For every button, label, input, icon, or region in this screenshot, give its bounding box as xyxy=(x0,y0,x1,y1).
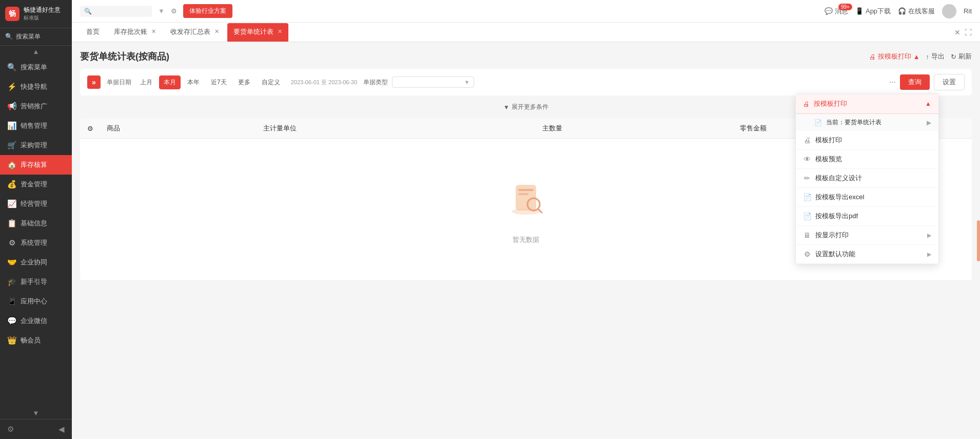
online-service-action[interactable]: 🎧 在线客服 xyxy=(898,7,935,16)
scroll-down-btn[interactable]: ▼ xyxy=(0,407,72,419)
popup-current-item[interactable]: 📄 当前：要货单统计表 ▶ xyxy=(796,114,938,131)
tab-order-stat-close[interactable]: ✕ xyxy=(278,28,282,35)
message-action[interactable]: 💬 消息 99+ xyxy=(825,7,848,16)
system-nav-label: 系统管理 xyxy=(21,238,47,247)
date-btn-this-year[interactable]: 本年 xyxy=(183,75,204,89)
sidebar-item-system[interactable]: ⚙ 系统管理 xyxy=(0,233,72,253)
sidebar-item-purchase[interactable]: 🛒 采购管理 xyxy=(0,136,72,155)
sidebar-item-marketing[interactable]: 📢 营销推广 xyxy=(0,97,72,116)
template-design-item[interactable]: ✏ 模板自定义设计 xyxy=(796,169,938,188)
app-download-action[interactable]: 📱 App下载 xyxy=(855,7,891,16)
tab-collection[interactable]: 收发存汇总表✕ xyxy=(164,23,225,42)
sidebar-item-appstore[interactable]: 📱 应用中心 xyxy=(0,292,72,311)
sales-nav-label: 销售管理 xyxy=(21,121,47,130)
export-icon: ↑ xyxy=(926,53,930,61)
template-print-item-icon: 🖨 xyxy=(803,136,811,144)
sidebar-item-inventory[interactable]: 🏠 库存核算 xyxy=(0,155,72,175)
expand-label: 展开更多条件 xyxy=(512,103,548,111)
system-nav-icon: ⚙ xyxy=(7,238,16,247)
tab-order-stat[interactable]: 要货单统计表✕ xyxy=(227,23,288,42)
query-btn[interactable]: 查询 xyxy=(900,74,930,90)
sidebar-item-guide[interactable]: 🎓 新手引导 xyxy=(0,272,72,292)
close-tab-icon[interactable]: ✕ xyxy=(954,28,961,36)
order-type-section: 单据类型 ▼ xyxy=(363,77,474,88)
sidebar-item-search[interactable]: 🔍 搜索菜单 xyxy=(0,58,72,77)
order-type-select[interactable]: ▼ xyxy=(392,77,474,88)
template-print-arrow: ▲ xyxy=(913,53,920,61)
export-excel-label: 按模板导出excel xyxy=(815,193,864,202)
industry-btn[interactable]: 体验行业方案 xyxy=(183,4,232,18)
member-nav-icon: 👑 xyxy=(7,336,16,345)
filter-toggle-btn[interactable]: » xyxy=(87,75,101,89)
sidebar-item-basic[interactable]: 📋 基础信息 xyxy=(0,214,72,233)
template-print-btn[interactable]: 🖨 按模板打印 ▲ xyxy=(869,52,920,61)
expand-btn[interactable]: ▼ 展开更多条件 xyxy=(499,101,553,113)
page-header-actions: 🖨 按模板打印 ▲ ↑ 导出 ↻ 刷新 xyxy=(869,52,972,61)
col-header-quantity: 主数量 xyxy=(536,119,734,139)
date-btn-last-7[interactable]: 近7天 xyxy=(206,75,231,89)
tab-controls: ✕ ⛶ xyxy=(954,28,972,36)
template-print-label: 按模板打印 xyxy=(878,52,911,61)
export-pdf-item[interactable]: 📄 按模板导出pdf xyxy=(796,207,938,226)
sidebar-item-sales[interactable]: 📊 销售管理 xyxy=(0,116,72,136)
sidebar-item-collab[interactable]: 🤝 企业协同 xyxy=(0,253,72,272)
page-title: 要货单统计表(按商品) xyxy=(80,50,169,63)
app-icon: 📱 xyxy=(855,7,864,15)
display-print-item[interactable]: 🖥 按显示打印 ▶ xyxy=(796,226,938,245)
export-excel-item[interactable]: 📄 按模板导出excel xyxy=(796,188,938,207)
export-label: 导出 xyxy=(931,52,945,61)
sidebar-item-operations[interactable]: 📈 经营管理 xyxy=(0,194,72,214)
template-preview-item[interactable]: 👁 模板预览 xyxy=(796,150,938,169)
message-icon: 💬 xyxy=(825,7,833,15)
date-btn-custom[interactable]: 自定义 xyxy=(257,75,285,89)
default-func-item[interactable]: ⚙ 设置默认功能 ▶ xyxy=(796,245,938,264)
tab-collection-close[interactable]: ✕ xyxy=(214,28,219,35)
tab-batch-close[interactable]: ✕ xyxy=(151,28,156,35)
wecom-nav-icon: 💬 xyxy=(7,316,16,326)
dropdown-arrow-icon[interactable]: ▼ xyxy=(158,7,165,15)
tab-home[interactable]: 首页 xyxy=(80,23,106,42)
date-buttons: 上月本月本年近7天更多自定义 xyxy=(135,75,285,89)
popup-collapse-icon[interactable]: ▲ xyxy=(925,100,931,107)
empty-icon xyxy=(503,175,549,229)
scroll-up-btn[interactable]: ▲ xyxy=(0,46,72,58)
date-btn-this-month[interactable]: 本月 xyxy=(159,75,181,89)
expand-tab-icon[interactable]: ⛶ xyxy=(965,28,972,36)
display-print-label: 按显示打印 xyxy=(815,231,849,240)
more-options-icon[interactable]: ··· xyxy=(889,78,896,87)
sidebar-nav: 🔍 搜索菜单 ⚡ 快捷导航 📢 营销推广 📊 销售管理 🛒 采购管理 🏠 库存核… xyxy=(0,58,72,407)
sidebar-search-item[interactable]: 🔍 搜索菜单 xyxy=(0,28,72,46)
collab-nav-icon: 🤝 xyxy=(7,258,16,267)
sidebar-logo[interactable]: 畅 畅捷通好生意 标准版 xyxy=(0,0,72,28)
export-btn[interactable]: ↑ 导出 xyxy=(926,52,945,61)
sidebar-item-quick-nav[interactable]: ⚡ 快捷导航 xyxy=(0,77,72,97)
popup-header[interactable]: 🖨 按模板打印 ▲ xyxy=(796,94,938,114)
tab-batch[interactable]: 库存批次账✕ xyxy=(108,23,162,42)
refresh-btn[interactable]: ↻ 刷新 xyxy=(951,52,972,61)
template-print-item[interactable]: 🖨 模板打印 xyxy=(796,131,938,150)
printer-icon: 🖨 xyxy=(869,53,876,61)
wecom-nav-label: 企业微信 xyxy=(21,316,47,326)
sidebar-item-member[interactable]: 👑 畅会员 xyxy=(0,331,72,350)
current-icon: 📄 xyxy=(814,119,822,126)
settings-icon[interactable]: ⚙ xyxy=(171,7,177,15)
settings-footer-icon[interactable]: ⚙ xyxy=(7,425,14,434)
breadcrumb-search-icon: 🔍 xyxy=(84,8,92,15)
template-design-label: 模板自定义设计 xyxy=(815,174,862,183)
refresh-label: 刷新 xyxy=(958,52,972,61)
top-header: 🔍 ▼ ⚙ 体验行业方案 💬 消息 99+ 📱 App下载 🎧 在线客服 Rit xyxy=(72,0,980,23)
order-type-label: 单据类型 xyxy=(363,78,388,87)
search-nav-icon: 🔍 xyxy=(7,63,16,72)
user-avatar[interactable] xyxy=(942,4,956,18)
date-btn-more[interactable]: 更多 xyxy=(233,75,255,89)
basic-nav-label: 基础信息 xyxy=(21,219,47,228)
tab-order-stat-label: 要货单统计表 xyxy=(233,27,273,36)
header-actions: 💬 消息 99+ 📱 App下载 🎧 在线客服 Rit xyxy=(825,4,972,18)
sidebar-item-finance[interactable]: 💰 资金管理 xyxy=(0,175,72,194)
sidebar-item-wecom[interactable]: 💬 企业微信 xyxy=(0,311,72,331)
toggle-sidebar-icon[interactable]: ◀ xyxy=(58,425,65,434)
breadcrumb-search[interactable]: 🔍 xyxy=(80,6,152,17)
date-btn-prev-month[interactable]: 上月 xyxy=(135,75,157,89)
settings-filter-btn[interactable]: 设置 xyxy=(934,74,965,90)
guide-nav-icon: 🎓 xyxy=(7,277,16,287)
